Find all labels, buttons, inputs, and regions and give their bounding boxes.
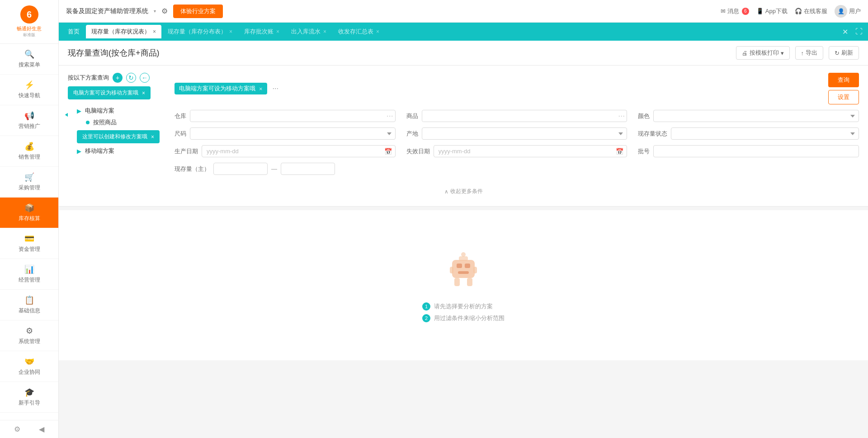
sidebar-item-icon-basic: 📋 [24, 295, 34, 305]
origin-select[interactable] [422, 127, 627, 140]
batch-label: 批号 [638, 147, 650, 155]
message-icon: ✉ [721, 8, 726, 14]
system-title-dropdown[interactable]: ▾ [154, 9, 156, 14]
refresh-button[interactable]: ↻ 刷新 [829, 46, 859, 60]
logo-badge: 标准版 [23, 32, 35, 38]
tab-close-all-btn[interactable]: ✕ [840, 26, 850, 38]
tab-collection[interactable]: 收发存汇总表 × [333, 25, 385, 38]
batch-input[interactable] [653, 145, 859, 157]
tab-inventory-status[interactable]: 现存量（库存状况表） × [86, 25, 161, 38]
print-dropdown-arrow[interactable]: ▾ [781, 50, 784, 57]
sidebar-item-inventory[interactable]: 📦 库存核算 [0, 198, 58, 228]
step1-text: 请先选择要分析的方案 [434, 301, 493, 312]
tab-inventory-dist[interactable]: 现存量（库存分布表） × [162, 25, 238, 38]
empty-step1: 1 请先选择要分析的方案 [422, 301, 505, 312]
stock-status-select[interactable] [671, 127, 859, 140]
stock-qty-dash: — [271, 165, 277, 172]
step2-num: 2 [422, 314, 430, 322]
svg-rect-4 [450, 267, 453, 273]
tab-inout[interactable]: 出入库流水 × [286, 25, 332, 38]
stock-status-field: 现存量状态 [638, 127, 859, 140]
sidebar-item-operations[interactable]: 📊 经营管理 [0, 259, 58, 290]
warehouse-dots-btn[interactable]: ··· [385, 111, 395, 121]
origin-field: 产地 [406, 127, 627, 140]
goods-dots-btn[interactable]: ··· [616, 111, 627, 121]
sidebar-item-system[interactable]: ⚙ 系统管理 [0, 320, 58, 351]
filter-row3: 生产日期 📅 失效日期 � [175, 145, 859, 157]
stock-qty-max-input[interactable] [281, 163, 335, 175]
sidebar-item-label-guide: 新手引导 [19, 399, 40, 407]
tab-inout-close[interactable]: × [323, 28, 326, 35]
sidebar-item-label-system: 系统管理 [19, 338, 40, 345]
sidebar-item-label-basic: 基础信息 [19, 307, 40, 315]
goods-input-row: ··· [422, 110, 627, 122]
scheme-desktop[interactable]: ▶ 电脑端方案 [77, 105, 167, 117]
sidebar-item-icon-system: ⚙ [26, 326, 33, 336]
content-area: 1 请先选择要分析的方案 2 用过滤条件来缩小分析范围 [59, 210, 868, 360]
scheme-sub-goods[interactable]: 按照商品 [77, 117, 167, 128]
tooltip2-close[interactable]: × [151, 134, 154, 140]
export-button[interactable]: ↑ 导出 [795, 46, 824, 60]
scheme-tooltip1: 电脑方案可设为移动方案哦 × [68, 86, 151, 99]
tab-fullscreen-btn[interactable]: ⛶ [854, 26, 864, 38]
sidebar-item-label-inventory: 库存核算 [19, 215, 40, 222]
print-button[interactable]: 🖨 按模板打印 ▾ [736, 46, 790, 60]
sidebar-item-enterprise[interactable]: 🤝 企业协同 [0, 351, 58, 382]
size-select[interactable] [190, 127, 396, 140]
sidebar-item-icon-operations: 📊 [24, 264, 34, 274]
refresh-scheme-btn[interactable]: ↻ [126, 73, 136, 83]
origin-label: 产地 [406, 130, 418, 138]
stock-qty-min-input[interactable] [213, 163, 268, 175]
sidebar-item-sales[interactable]: 💰 销售管理 [0, 136, 58, 167]
tab-inventory-status-close[interactable]: × [153, 28, 156, 35]
user-area[interactable]: 👤 用户 [835, 5, 861, 18]
goods-input[interactable] [422, 110, 617, 122]
collapse-btn-label: 收起更多条件 [450, 188, 483, 195]
sidebar-item-basic[interactable]: 📋 基础信息 [0, 290, 58, 320]
settings-icon[interactable]: ⚙ [161, 7, 168, 15]
add-scheme-btn[interactable]: + [113, 73, 123, 83]
app-download-btn[interactable]: 📱 App下载 [756, 7, 788, 15]
filter-scheme-dots[interactable]: ··· [273, 85, 278, 93]
color-select[interactable] [653, 110, 859, 122]
color-field: 颜色 [638, 110, 859, 122]
scheme-tag-close[interactable]: × [259, 85, 263, 92]
tooltip1-close[interactable]: × [142, 90, 145, 96]
sidebar-item-search[interactable]: 🔍 搜索菜单 [0, 44, 58, 75]
sidebar-item-finance[interactable]: 💳 资金管理 [0, 228, 58, 259]
sidebar-item-label-operations: 经营管理 [19, 276, 40, 284]
tab-home[interactable]: 首页 [62, 25, 85, 38]
sidebar-item-guide[interactable]: 🎓 新手引导 [0, 382, 58, 413]
experience-button[interactable]: 体验行业方案 [173, 5, 223, 18]
filter-row2: 尺码 产地 现存量状态 [175, 127, 859, 140]
expiry-date-input-wrap: 📅 [434, 145, 627, 157]
refresh-icon: ↻ [835, 50, 840, 57]
scheme-mobile[interactable]: ▶ 移动端方案 [77, 145, 167, 157]
sidebar-item-marketing[interactable]: 📢 营销推广 [0, 105, 58, 136]
sidebar-settings-icon[interactable]: ⚙ [14, 425, 20, 433]
tab-inventory-dist-close[interactable]: × [229, 28, 232, 35]
sidebar-item-purchase[interactable]: 🛒 采购管理 [0, 167, 58, 198]
warehouse-input[interactable] [190, 110, 385, 122]
collapse-btn[interactable]: ∧ 收起更多条件 [444, 188, 483, 195]
sidebar-collapse-icon[interactable]: ◀ [39, 425, 44, 433]
stock-qty-row: 现存量（主） — [175, 163, 859, 175]
reset-button[interactable]: 设置 [828, 90, 859, 104]
online-support-btn[interactable]: 🎧 在线客服 [795, 7, 827, 15]
production-date-input[interactable] [202, 145, 396, 157]
svg-rect-3 [458, 271, 469, 274]
tab-collection-close[interactable]: × [376, 28, 379, 35]
sidebar-menu: 🔍 搜索菜单 ⚡ 快速导航 📢 营销推广 💰 销售管理 🛒 采购管理 📦 库存核… [0, 44, 58, 420]
search-button[interactable]: 查询 [828, 73, 859, 87]
tab-batch[interactable]: 库存批次账 × [239, 25, 285, 38]
sidebar-item-icon-sales: 💰 [24, 141, 34, 151]
sidebar-item-quick-nav[interactable]: ⚡ 快速导航 [0, 75, 58, 105]
message-btn[interactable]: ✉ 消息 6 [721, 7, 749, 15]
tooltip2-text: 这里可以创建和修改方案哦 [82, 133, 147, 141]
expiry-date-calendar-icon[interactable]: 📅 [616, 148, 623, 155]
tooltip1-text: 电脑方案可设为移动方案哦 [73, 89, 138, 97]
expiry-date-input[interactable] [434, 145, 627, 157]
production-date-calendar-icon[interactable]: 📅 [384, 148, 392, 155]
tab-batch-close[interactable]: × [276, 28, 279, 35]
back-scheme-btn[interactable]: ← [140, 73, 150, 83]
